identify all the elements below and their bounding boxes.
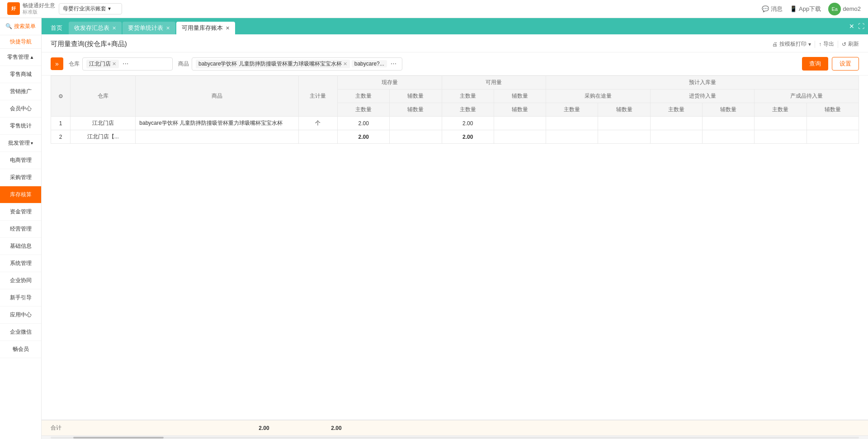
tab-receive-summary-close[interactable]: ✕ (112, 25, 116, 31)
search-icon: 🔍 (5, 23, 12, 29)
tab-expand-icon[interactable]: ⛶ (858, 23, 864, 30)
th-avail-main2: 主数量 (442, 103, 494, 117)
th-current-stock: 现存量 (338, 76, 442, 90)
column-settings-icon[interactable]: ⚙ (58, 93, 63, 99)
th-purchase-transit: 采购在途量 (546, 90, 651, 103)
tab-bar: 首页 收发存汇总表 ✕ 要货单统计表 ✕ 可用量库存账本 ✕ ✕ ⛶ (42, 18, 868, 34)
message-btn[interactable]: 💬 消息 (762, 5, 783, 13)
row2-product (136, 130, 298, 144)
sidebar-item-enterprise-wechat[interactable]: 企业微信 (0, 324, 41, 341)
sidebar-item-purchase-mgmt[interactable]: 采购管理 (0, 169, 41, 186)
chevron-down-icon2: ▾ (31, 141, 33, 146)
sidebar-item-ops-mgmt[interactable]: 经营管理 (0, 221, 41, 238)
row1-incoming-main (650, 117, 702, 130)
th-stock-aux2: 辅数量 (390, 103, 442, 117)
sidebar-item-retail-stats-label: 零售统计 (10, 122, 32, 130)
filter-product-group: 商品 babycare学饮杯 儿童防摔防撞吸管杯重力球吸嘴杯宝宝水杯 ✕ bab… (178, 57, 402, 71)
th-incoming-main: 主数量 (650, 103, 702, 117)
sidebar-item-finance-mgmt-label: 资金管理 (10, 208, 32, 216)
tab-order-stats-label: 要货单统计表 (128, 24, 163, 32)
row1-purchase-main (546, 117, 598, 130)
sidebar-item-wholesale-mgmt[interactable]: 批发管理 ▾ (0, 135, 41, 152)
tab-receive-summary-label: 收发存汇总表 (74, 24, 109, 32)
tab-home[interactable]: 首页 (45, 22, 68, 34)
warehouse-filter-label: 仓库 (69, 60, 80, 68)
tab-receive-summary[interactable]: 收发存汇总表 ✕ (69, 22, 122, 34)
sidebar-item-basic-info[interactable]: 基础信息 (0, 238, 41, 255)
scroll-thumb[interactable] (73, 437, 164, 439)
tab-available-inventory-label: 可用量库存账本 (182, 24, 223, 32)
sidebar-item-marketing-label: 营销推广 (10, 88, 32, 95)
logo-sub: 标准版 (23, 9, 55, 15)
sidebar-item-retail-mgmt-label: 零售管理 (7, 53, 29, 61)
export-icon: ↑ (819, 41, 821, 47)
tab-available-inventory[interactable]: 可用量库存账本 ✕ (176, 22, 235, 34)
sidebar-item-wholesale-mgmt-label: 批发管理 (8, 139, 30, 147)
sidebar-item-enterprise-label: 企业协同 (10, 277, 32, 284)
sidebar-item-retail-stats[interactable]: 零售统计 (0, 118, 41, 135)
row1-product: babycare学饮杯 儿童防摔防撞吸管杯重力球吸嘴杯宝宝水杯 (136, 117, 298, 130)
sidebar-item-marketing[interactable]: 营销推广 (0, 83, 41, 100)
tab-order-stats[interactable]: 要货单统计表 ✕ (123, 22, 175, 34)
warehouse-filter-input[interactable]: 江北门店 ✕ ··· (82, 57, 173, 71)
divider2 (838, 41, 838, 48)
export-btn[interactable]: ↑ 导出 (819, 40, 834, 48)
th-stock-aux: 辅数量 (390, 90, 442, 103)
sidebar-item-ecommerce[interactable]: 电商管理 (0, 152, 41, 169)
industry-select[interactable]: 母婴行业演示账套 ▾ (59, 3, 122, 14)
download-btn[interactable]: 📱 App下载 (790, 5, 821, 13)
warehouse-filter-more[interactable]: ··· (121, 60, 130, 68)
tab-order-stats-close[interactable]: ✕ (166, 25, 170, 31)
sidebar-item-member-center[interactable]: 会员中心 (0, 100, 41, 118)
th-product: 商品 (136, 76, 298, 117)
product-filter-more[interactable]: ··· (389, 60, 398, 68)
sidebar-item-new-guide-label: 新手引导 (10, 294, 32, 302)
sidebar-item-vip-member-label: 畅会员 (13, 345, 29, 353)
row1-no: 1 (51, 117, 71, 130)
product-tag1-close[interactable]: ✕ (343, 61, 347, 67)
export-label: 导出 (823, 40, 834, 48)
table-footer: 合计 2.00 2.00 (42, 420, 868, 435)
top-bar-right: 💬 消息 📱 App下载 Ea demo2 (762, 3, 861, 15)
filter-toggle-btn[interactable]: » (51, 57, 63, 70)
row1-stock-main: 2.00 (338, 117, 390, 130)
th-avail-main: 主数量 (442, 90, 494, 103)
sidebar-item-retail-mgmt[interactable]: 零售管理 ▲ (0, 49, 41, 66)
chevron-down-icon: ▾ (108, 5, 111, 12)
setting-btn[interactable]: 设置 (832, 57, 859, 71)
sidebar-item-enterprise[interactable]: 企业协同 (0, 272, 41, 289)
main-layout: 🔍 搜索菜单 快捷导航 零售管理 ▲ 零售商城 营销推广 会员中心 零售统计 批… (0, 18, 868, 439)
sidebar-item-system-mgmt[interactable]: 系统管理 (0, 255, 41, 272)
tab-home-label: 首页 (51, 24, 62, 32)
sidebar-nav[interactable]: 快捷导航 (0, 35, 41, 49)
product-tag2-value: babycare?... (354, 61, 384, 67)
user-area[interactable]: Ea demo2 (828, 3, 861, 15)
sidebar-item-finance-mgmt[interactable]: 资金管理 (0, 203, 41, 221)
sidebar-item-enterprise-wechat-label: 企业微信 (10, 328, 32, 336)
page-actions: 🖨 按模板打印 ▾ ↑ 导出 ↺ 刷新 (772, 40, 859, 48)
filter-toggle-icon: » (55, 60, 59, 67)
logo-text: 畅捷通好生意 (23, 2, 55, 9)
row1-purchase-aux (598, 117, 650, 130)
product-filter-input[interactable]: babycare学饮杯 儿童防摔防撞吸管杯重力球吸嘴杯宝宝水杯 ✕ babyca… (192, 57, 402, 71)
row2-warehouse: 江北门店【... (71, 130, 136, 144)
sidebar-item-vip-member[interactable]: 畅会员 (0, 341, 41, 358)
row1-avail-aux (494, 117, 546, 130)
page-title: 可用量查询(按仓库+商品) (51, 40, 127, 48)
tab-close-all-icon[interactable]: ✕ (849, 23, 854, 30)
row2-stock-main: 2.00 (338, 130, 390, 144)
refresh-btn[interactable]: ↺ 刷新 (842, 40, 859, 48)
nav-label: 快捷导航 (10, 38, 32, 45)
warehouse-tag-close[interactable]: ✕ (112, 61, 116, 67)
row2-stock-aux (390, 130, 442, 144)
sidebar-item-new-guide[interactable]: 新手引导 (0, 289, 41, 307)
logo-icon: 好 (7, 2, 20, 15)
tab-available-inventory-close[interactable]: ✕ (226, 25, 230, 31)
sidebar-item-app-center[interactable]: 应用中心 (0, 307, 41, 324)
sidebar-item-retail-mall[interactable]: 零售商城 (0, 66, 41, 83)
username: demo2 (843, 5, 861, 12)
print-btn[interactable]: 🖨 按模板打印 ▾ (772, 40, 811, 48)
sidebar-item-inventory-check[interactable]: 库存核算 (0, 186, 41, 203)
sidebar-search[interactable]: 🔍 搜索菜单 (0, 18, 41, 35)
query-btn[interactable]: 查询 (802, 57, 828, 71)
